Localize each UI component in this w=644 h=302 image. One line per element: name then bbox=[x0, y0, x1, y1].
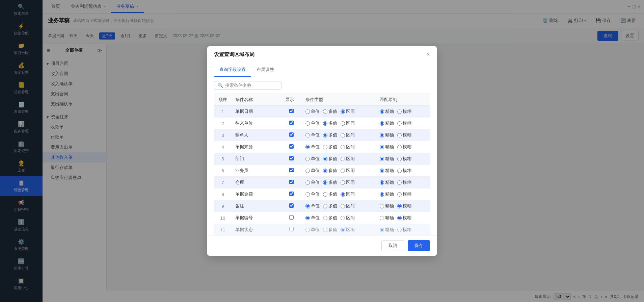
match-radio-label[interactable]: 模糊 bbox=[397, 203, 411, 209]
row-show[interactable] bbox=[281, 177, 301, 188]
condition-radio[interactable] bbox=[323, 169, 327, 173]
condition-radio-label[interactable]: 单值 bbox=[305, 108, 320, 115]
match-radio[interactable] bbox=[397, 216, 402, 220]
condition-radio-label[interactable]: 单值 bbox=[305, 179, 320, 185]
row-show[interactable] bbox=[281, 141, 301, 153]
condition-radio-label[interactable]: 区间 bbox=[341, 179, 355, 185]
condition-radio[interactable] bbox=[323, 180, 327, 185]
condition-radio-label[interactable]: 区间 bbox=[341, 144, 355, 150]
condition-radio-label[interactable]: 区间 bbox=[341, 108, 355, 115]
condition-radio[interactable] bbox=[305, 204, 310, 208]
condition-radio-label[interactable]: 多值 bbox=[323, 156, 337, 162]
match-radio-label[interactable]: 精确 bbox=[380, 120, 394, 126]
match-radio[interactable] bbox=[380, 204, 384, 208]
condition-radio-label[interactable]: 单值 bbox=[305, 203, 320, 209]
cancel-button[interactable]: 取消 bbox=[381, 240, 404, 251]
row-show[interactable] bbox=[281, 200, 301, 212]
show-checkbox[interactable] bbox=[289, 109, 294, 113]
condition-radio[interactable] bbox=[341, 204, 345, 208]
condition-radio[interactable] bbox=[305, 157, 310, 161]
condition-radio[interactable] bbox=[341, 228, 345, 232]
condition-radio[interactable] bbox=[323, 228, 327, 232]
condition-radio[interactable] bbox=[305, 121, 310, 126]
condition-radio-label[interactable]: 多值 bbox=[323, 108, 337, 115]
condition-radio[interactable] bbox=[305, 169, 310, 173]
condition-radio[interactable] bbox=[305, 133, 310, 137]
match-radio-label[interactable]: 模糊 bbox=[397, 132, 411, 138]
match-radio-label[interactable]: 精确 bbox=[380, 191, 394, 197]
show-checkbox[interactable] bbox=[289, 215, 294, 220]
match-radio-label[interactable]: 模糊 bbox=[397, 168, 411, 174]
condition-radio-label[interactable]: 单值 bbox=[305, 132, 320, 138]
match-radio-label[interactable]: 精确 bbox=[380, 203, 394, 209]
match-radio[interactable] bbox=[380, 157, 384, 161]
show-checkbox[interactable] bbox=[289, 144, 294, 149]
condition-radio-label[interactable]: 多值 bbox=[323, 168, 337, 174]
condition-radio[interactable] bbox=[323, 216, 327, 220]
match-radio-label[interactable]: 精确 bbox=[380, 168, 394, 174]
show-checkbox[interactable] bbox=[289, 203, 294, 208]
dialog-tab-layout-adjust[interactable]: 布局调整 bbox=[251, 63, 279, 77]
match-radio[interactable] bbox=[380, 109, 384, 114]
condition-radio[interactable] bbox=[305, 145, 310, 149]
condition-radio-label[interactable]: 多值 bbox=[323, 227, 337, 233]
condition-radio[interactable] bbox=[323, 204, 327, 208]
condition-radio-label[interactable]: 单值 bbox=[305, 227, 320, 233]
match-radio[interactable] bbox=[397, 204, 402, 208]
condition-radio-label[interactable]: 区间 bbox=[341, 168, 355, 174]
condition-radio-label[interactable]: 多值 bbox=[323, 132, 337, 138]
condition-radio[interactable] bbox=[323, 133, 327, 137]
match-radio-label[interactable]: 模糊 bbox=[397, 179, 411, 185]
condition-radio[interactable] bbox=[323, 192, 327, 197]
show-checkbox[interactable] bbox=[289, 168, 294, 172]
condition-radio-label[interactable]: 单值 bbox=[305, 168, 320, 174]
match-radio-label[interactable]: 精确 bbox=[380, 215, 394, 221]
condition-radio-label[interactable]: 单值 bbox=[305, 156, 320, 162]
match-radio-label[interactable]: 模糊 bbox=[397, 227, 411, 233]
match-radio-label[interactable]: 模糊 bbox=[397, 191, 411, 197]
row-show[interactable] bbox=[281, 153, 301, 165]
match-radio-label[interactable]: 精确 bbox=[380, 227, 394, 233]
match-radio-label[interactable]: 模糊 bbox=[397, 144, 411, 150]
condition-radio-label[interactable]: 单值 bbox=[305, 144, 320, 150]
condition-radio[interactable] bbox=[323, 157, 327, 161]
match-radio[interactable] bbox=[380, 169, 384, 173]
condition-radio[interactable] bbox=[305, 216, 310, 220]
condition-radio-label[interactable]: 区间 bbox=[341, 120, 355, 126]
condition-radio[interactable] bbox=[305, 109, 310, 114]
row-show[interactable] bbox=[281, 224, 301, 235]
row-show[interactable] bbox=[281, 212, 301, 224]
show-checkbox[interactable] bbox=[289, 227, 294, 231]
condition-radio-label[interactable]: 多值 bbox=[323, 191, 337, 197]
condition-radio-label[interactable]: 多值 bbox=[323, 120, 337, 126]
condition-radio-label[interactable]: 区间 bbox=[341, 215, 355, 221]
match-radio[interactable] bbox=[397, 157, 402, 161]
condition-radio[interactable] bbox=[323, 145, 327, 149]
match-radio[interactable] bbox=[380, 133, 384, 137]
row-show[interactable] bbox=[281, 165, 301, 177]
show-checkbox[interactable] bbox=[289, 192, 294, 196]
condition-radio[interactable] bbox=[341, 145, 345, 149]
match-radio-label[interactable]: 模糊 bbox=[397, 156, 411, 162]
condition-radio-label[interactable]: 多值 bbox=[323, 203, 337, 209]
condition-radio[interactable] bbox=[305, 228, 310, 232]
match-radio[interactable] bbox=[380, 145, 384, 149]
match-radio[interactable] bbox=[397, 228, 402, 232]
match-radio-label[interactable]: 模糊 bbox=[397, 215, 411, 221]
match-radio[interactable] bbox=[397, 145, 402, 149]
match-radio[interactable] bbox=[397, 109, 402, 114]
condition-radio-label[interactable]: 区间 bbox=[341, 191, 355, 197]
condition-radio-label[interactable]: 区间 bbox=[341, 156, 355, 162]
match-radio[interactable] bbox=[397, 121, 402, 126]
condition-radio-label[interactable]: 多值 bbox=[323, 215, 337, 221]
row-show[interactable] bbox=[281, 118, 301, 129]
condition-radio-label[interactable]: 区间 bbox=[341, 132, 355, 138]
match-radio[interactable] bbox=[380, 216, 384, 220]
dialog-tab-field-settings[interactable]: 查询字段设置 bbox=[214, 63, 251, 77]
condition-radio-label[interactable]: 多值 bbox=[323, 179, 337, 185]
condition-radio[interactable] bbox=[323, 109, 327, 114]
condition-radio[interactable] bbox=[341, 192, 345, 197]
condition-radio-label[interactable]: 多值 bbox=[323, 144, 337, 150]
condition-radio[interactable] bbox=[341, 157, 345, 161]
match-radio-label[interactable]: 模糊 bbox=[397, 120, 411, 126]
